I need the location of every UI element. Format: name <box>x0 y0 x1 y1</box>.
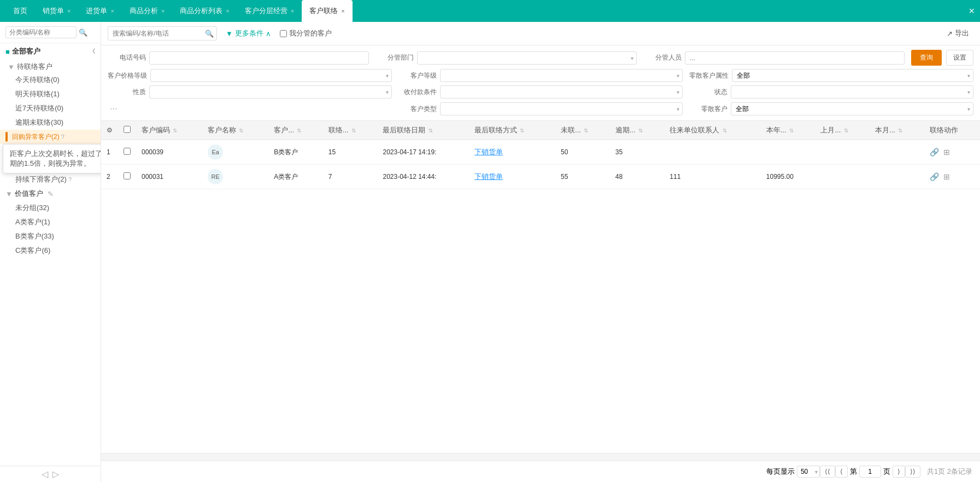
filter-customer-grade-label: 客户等级 <box>398 71 437 80</box>
row1-last-method-link[interactable]: 下销货单 <box>474 148 503 156</box>
search-submit-icon[interactable]: 🔍 <box>205 30 214 38</box>
filter-status-select[interactable] <box>731 85 973 98</box>
nav-purchase-order[interactable]: 进货单 × <box>78 0 121 22</box>
filter-row-2: 客户价格等级 ▾ 客户等级 ▾ 零散客户属性 <box>108 69 973 82</box>
filter-retail-attr-select[interactable]: 全部 <box>732 69 973 82</box>
sidebar-item-ungroup[interactable]: 未分组(32) <box>0 201 101 215</box>
row2-grid-icon[interactable]: ⊞ <box>943 172 950 181</box>
close-sales-order-icon[interactable]: × <box>67 8 71 14</box>
nav-customer-contact[interactable]: 客户联络 × <box>302 0 352 22</box>
code-sort-icon[interactable]: ⇅ <box>173 127 177 133</box>
last-month-sort-icon[interactable]: ⇅ <box>844 127 848 133</box>
nav-home[interactable]: 首页 <box>5 0 35 22</box>
nav-product-analysis[interactable]: 商品分析 × <box>122 0 172 22</box>
sidebar-item-overdue[interactable]: 逾期未联络(30) <box>0 115 101 130</box>
first-page-btn[interactable]: ⟨⟨ <box>820 466 835 478</box>
sidebar-item-declining[interactable]: 持续下滑客户(2) ? <box>0 172 101 187</box>
row1-checkbox[interactable] <box>124 148 131 155</box>
nav-customer-layering[interactable]: 客户分层经营 × <box>237 0 302 22</box>
value-group-edit-icon[interactable]: ✎ <box>48 190 54 198</box>
current-year-sort-icon[interactable]: ⇅ <box>789 127 794 133</box>
row2-last-month <box>815 165 870 189</box>
filter-rows: 电话号码 分管部门 ▾ 分管人员 查询 设置 <box>101 45 980 121</box>
current-month-sort-icon[interactable]: ⇅ <box>898 127 902 133</box>
sidebar-collapse-btn[interactable]: 《 <box>90 48 95 55</box>
sidebar-nav-left-icon[interactable]: ◁ <box>42 469 48 479</box>
sidebar-pending-group[interactable]: ▼ 待联络客户 <box>0 60 101 73</box>
overdue-sort-icon[interactable]: ⇅ <box>638 127 643 133</box>
filter-phone-input[interactable] <box>149 51 369 65</box>
close-window-icon[interactable]: × <box>969 5 975 17</box>
row2-last-method-link[interactable]: 下销货单 <box>474 172 503 181</box>
sidebar-item-7days[interactable]: 近7天待联络(0) <box>0 101 101 115</box>
unlocked-sort-icon[interactable]: ⇅ <box>584 127 588 133</box>
sidebar-item-class-c[interactable]: C类客户(6) <box>0 243 101 258</box>
sidebar-search-input[interactable] <box>5 26 77 38</box>
filter-price-grade-select[interactable] <box>150 69 392 82</box>
row2-checkbox[interactable] <box>124 172 131 179</box>
search-input[interactable] <box>108 26 217 40</box>
more-filters-btn[interactable]: ▼ 更多条件 ∧ <box>221 26 275 40</box>
all-customers-header[interactable]: ■ 全部客户 《 <box>0 43 101 60</box>
th-unlocked: 未联... ⇅ <box>555 121 610 140</box>
filter-payment-select[interactable] <box>440 85 683 98</box>
close-customer-contact-icon[interactable]: × <box>341 8 344 14</box>
sidebar-nav-right-icon[interactable]: ▷ <box>52 469 59 479</box>
filter-dept-select[interactable] <box>417 51 637 65</box>
row1-avatar: Ea <box>208 144 223 160</box>
close-purchase-order-icon[interactable]: × <box>110 8 114 14</box>
repurchase-help-icon[interactable]: ? <box>61 133 64 140</box>
select-all-checkbox[interactable] <box>124 126 131 133</box>
row1-grid-icon[interactable]: ⊞ <box>943 148 950 156</box>
filter-retail-customer-select[interactable]: 全部 <box>731 102 973 115</box>
prev-page-btn[interactable]: ⟨ <box>835 466 848 478</box>
query-btn[interactable]: 查询 <box>911 50 942 66</box>
last-page-btn[interactable]: ⟩⟩ <box>905 466 920 478</box>
per-page-select[interactable]: 50 <box>797 466 820 478</box>
filter-customer-type-select[interactable] <box>440 102 683 115</box>
extra-dots-btn[interactable]: ··· <box>108 102 119 116</box>
filter-manager-input[interactable] <box>685 51 905 65</box>
name-sort-icon[interactable]: ⇅ <box>239 127 243 133</box>
last-contact-date-sort-icon[interactable]: ⇅ <box>429 127 433 133</box>
row2-avatar: RE <box>208 169 223 184</box>
sidebar-item-class-a[interactable]: A类客户(1) <box>0 215 101 229</box>
settings-col-header[interactable]: ⚙ <box>101 121 118 140</box>
sidebar-item-class-b[interactable]: B类客户(33) <box>0 229 101 243</box>
contact-count-sort-icon[interactable]: ⇅ <box>351 127 356 133</box>
row2-name: RE <box>202 165 268 189</box>
page-number-input[interactable] <box>859 466 881 478</box>
close-product-analysis-list-icon[interactable]: × <box>226 8 229 14</box>
sidebar-value-group-header[interactable]: ▼ 价值客户 ✎ <box>0 187 101 201</box>
export-btn[interactable]: ↗ 导出 <box>942 26 973 40</box>
my-customer-checkbox[interactable] <box>280 30 287 37</box>
settings-btn[interactable]: 设置 <box>946 50 973 66</box>
row2-checkbox-cell <box>118 165 136 189</box>
row2-actions: 🔗 ⊞ <box>924 165 980 189</box>
customer-type-sort-icon[interactable]: ⇅ <box>297 127 301 133</box>
row2-link-icon[interactable]: 🔗 <box>930 172 939 181</box>
row1-overdue: 35 <box>610 140 665 165</box>
contact-person-sort-icon[interactable]: ⇅ <box>723 127 727 133</box>
my-customer-checkbox-label[interactable]: 我分管的客户 <box>280 28 332 38</box>
filter-customer-grade-select[interactable] <box>440 69 683 82</box>
table-row: 2 000031 RE A类客户 7 2023-04-12 14:44: 下销货… <box>101 165 980 189</box>
page-label: 第 <box>850 467 857 477</box>
declining-help-icon[interactable]: ? <box>68 176 72 183</box>
sidebar-item-repurchase-anomaly[interactable]: 回购异常客户(2) ? <box>0 130 101 144</box>
sidebar-item-today[interactable]: 今天待联络(0) <box>0 73 101 87</box>
sidebar-search-icon[interactable]: 🔍 <box>79 28 87 37</box>
search-wrap: 🔍 <box>108 26 217 40</box>
last-contact-method-sort-icon[interactable]: ⇅ <box>520 127 524 133</box>
filter-nature-select[interactable] <box>149 85 392 98</box>
row2-overdue: 48 <box>610 165 665 189</box>
filter-status: 状态 ▾ <box>689 85 973 98</box>
close-product-analysis-icon[interactable]: × <box>161 8 165 14</box>
next-page-btn[interactable]: ⟩ <box>893 466 905 478</box>
row1-link-icon[interactable]: 🔗 <box>930 148 939 156</box>
nav-product-analysis-list[interactable]: 商品分析列表 × <box>172 0 237 22</box>
nav-sales-order[interactable]: 销货单 × <box>35 0 78 22</box>
close-customer-layering-icon[interactable]: × <box>291 8 294 14</box>
sidebar-item-tomorrow[interactable]: 明天待联络(1) <box>0 87 101 101</box>
horizontal-scrollbar[interactable] <box>101 453 980 461</box>
